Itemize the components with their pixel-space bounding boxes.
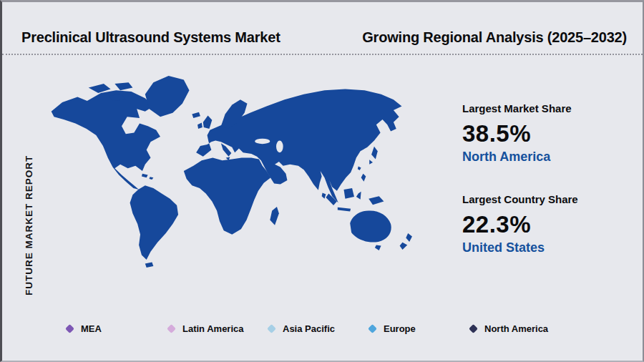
legend-label: North America [484,323,548,334]
diamond-icon [65,324,74,333]
stat-value: 38.5% [462,120,634,147]
legend-label: Latin America [182,323,244,334]
world-map-svg [44,67,431,285]
legend-item-latin-america: Latin America [168,321,244,336]
stats-panel: Largest Market Share 38.5% North America… [462,102,634,255]
legend-item-north-america: North America [470,321,548,336]
legend: MEA Latin America Asia Pacific Europe No… [2,321,643,337]
legend-item-mea: MEA [67,321,102,336]
header: Preclinical Ultrasound Systems Market Gr… [21,29,627,46]
stat-label: Largest Country Share [462,193,634,205]
brand-watermark: FUTURE MARKET REPORT [24,167,34,295]
stat-region: United States [462,240,634,255]
map-landmasses [52,76,412,268]
dotted-divider [2,54,643,55]
diamond-icon [267,324,276,333]
diamond-icon [368,324,377,333]
page-subtitle: Growing Regional Analysis (2025–2032) [362,29,627,46]
diamond-icon [469,324,478,333]
legend-label: Asia Pacific [283,323,335,334]
stat-market-share: Largest Market Share 38.5% North America [462,102,634,165]
legend-item-asia-pacific: Asia Pacific [268,321,335,336]
stat-country-share: Largest Country Share 22.3% United State… [462,193,634,255]
infographic-frame: Preclinical Ultrasound Systems Market Gr… [0,0,644,362]
legend-label: MEA [81,323,102,334]
legend-item-europe: Europe [369,321,416,336]
stat-value: 22.3% [462,211,634,238]
legend-label: Europe [384,323,416,334]
stat-region: North America [462,150,634,165]
world-map [44,67,431,285]
stat-label: Largest Market Share [462,102,634,114]
diamond-icon [167,324,176,333]
page-title: Preclinical Ultrasound Systems Market [21,29,280,46]
